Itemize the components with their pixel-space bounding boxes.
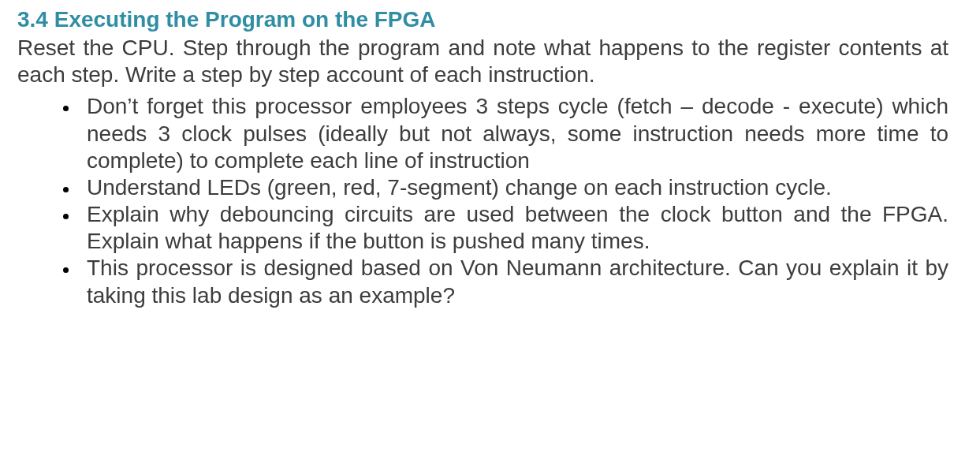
list-item: Don’t forget this processor employees 3 … [79, 93, 948, 174]
intro-paragraph: Reset the CPU. Step through the program … [17, 35, 948, 88]
document-page: 3.4 Executing the Program on the FPGA Re… [0, 0, 980, 315]
list-item: Understand LEDs (green, red, 7-segment) … [79, 174, 948, 201]
list-item: This processor is designed based on Von … [79, 255, 948, 308]
bullet-list: Don’t forget this processor employees 3 … [17, 93, 948, 308]
section-heading: 3.4 Executing the Program on the FPGA [17, 6, 948, 33]
list-item: Explain why debouncing circuits are used… [79, 201, 948, 255]
